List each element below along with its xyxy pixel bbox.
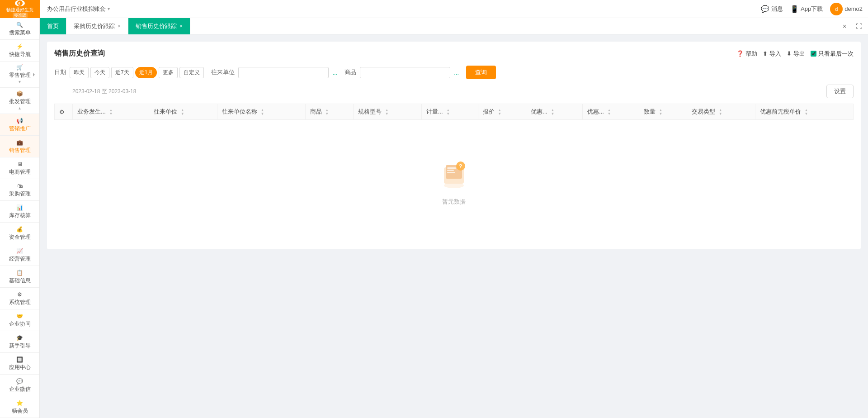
col-discount-rate[interactable]: 优惠... ▲▼ (526, 104, 583, 120)
settings-button[interactable]: 设置 (826, 85, 854, 98)
app-download-action[interactable]: 📱 App下载 (790, 5, 823, 13)
sidebar-item-system-label: 系统管理 (9, 299, 31, 306)
sort-icon-pre-tax-price: ▲▼ (805, 109, 808, 116)
sidebar-item-member[interactable]: ⭐ 畅会员 (0, 396, 39, 418)
tab-close-all-btn[interactable]: × (839, 21, 850, 32)
sort-icon-unit: ▲▼ (446, 109, 450, 116)
logo-tag: 标准版 (13, 13, 28, 18)
col-biz-date[interactable]: 业务发生... ▲▼ (73, 104, 149, 120)
sidebar-item-marketing-label: 营销推广 (9, 125, 31, 133)
tab-home[interactable]: 首页 (40, 18, 66, 34)
tab-sales-history[interactable]: 销售历史价跟踪 × (128, 18, 190, 34)
finance-icon: 💰 (16, 226, 23, 233)
query-button[interactable]: 查询 (466, 66, 496, 79)
system-icon: ⚙ (17, 291, 22, 299)
message-action[interactable]: 💬 消息 (761, 5, 783, 13)
col-price[interactable]: 报价 ▲▼ (478, 104, 526, 120)
col-partner-code[interactable]: 往来单位 ▲▼ (149, 104, 217, 120)
partner-dots[interactable]: ... (332, 69, 337, 76)
message-icon: 💬 (761, 5, 769, 13)
col-product[interactable]: 商品 ▲▼ (305, 104, 353, 120)
tab-sales-close-btn[interactable]: × (179, 24, 183, 29)
sidebar-item-system[interactable]: ⚙ 系统管理 (0, 288, 39, 309)
logo: 6 畅捷通好生意 标准版 (0, 0, 40, 18)
sort-icon-quantity: ▲▼ (659, 109, 662, 116)
sidebar-item-sales-label: 销售管理 (9, 147, 31, 154)
sidebar-item-inventory-label: 库存核算 (9, 212, 31, 219)
help-action[interactable]: ❓ 帮助 (736, 50, 757, 58)
sidebar-item-ecommerce[interactable]: 🖥 电商管理 (0, 157, 39, 179)
filter-row-1: 日期 昨天 今天 近7天 近1月 更多 自定义 往来单位 .. (54, 66, 854, 79)
sidebar-item-marketing[interactable]: 📢 营销推广 (0, 114, 39, 136)
logo-icon: 6 (15, 0, 25, 6)
import-action[interactable]: ⬆ 导入 (763, 50, 781, 58)
col-quantity[interactable]: 数量 ▲▼ (639, 104, 687, 120)
date-btn-more[interactable]: 更多 (159, 67, 178, 78)
retail-icon: 🛒 (16, 64, 23, 71)
header-right: 💬 消息 📱 App下载 d demo2 (761, 3, 863, 15)
sidebar-item-operation[interactable]: 📈 经营管理 (0, 244, 39, 266)
purchase-icon: 🛍 (17, 182, 23, 190)
col-discount-amount-label: 优惠... (587, 108, 604, 115)
sidebar-item-collab[interactable]: 🤝 企业协同 (0, 309, 39, 331)
col-discount-amount[interactable]: 优惠... ▲▼ (582, 104, 639, 120)
only-last-checkbox[interactable]: 只看最后一次 (811, 50, 854, 58)
tab-fullscreen-btn[interactable]: ⛶ (854, 21, 864, 32)
only-last-label: 只看最后一次 (818, 50, 854, 58)
sidebar-item-guide[interactable]: 🎓 新手引导 (0, 331, 39, 353)
sidebar-item-quicknav[interactable]: ⚡ 快捷导航 (0, 40, 39, 62)
sidebar-item-basic-info[interactable]: 📋 基础信息 (0, 266, 39, 288)
help-icon: ❓ (736, 50, 744, 57)
page-title: 销售历史价查询 (54, 49, 105, 58)
col-partner-name[interactable]: 往来单位名称 ▲▼ (217, 104, 305, 120)
export-label: 导出 (793, 50, 805, 58)
product-filter-input[interactable] (360, 67, 450, 78)
col-product-label: 商品 (310, 108, 322, 115)
col-settings: ⚙ (55, 104, 73, 120)
col-trade-type-label: 交易类型 (692, 108, 715, 115)
sidebar-item-wechat[interactable]: 💬 企业微信 (0, 375, 39, 396)
date-btn-custom[interactable]: 自定义 (179, 67, 204, 78)
sort-icon-price: ▲▼ (498, 109, 501, 116)
export-action[interactable]: ⬇ 导出 (787, 50, 805, 58)
date-btn-yesterday[interactable]: 昨天 (70, 67, 89, 78)
col-pre-tax-price[interactable]: 优惠前无税单价 ▲▼ (755, 104, 853, 120)
col-partner-name-label: 往来单位名称 (222, 108, 257, 115)
partner-filter-group: 往来单位 ... (211, 67, 337, 78)
col-unit[interactable]: 计量... ▲▼ (421, 104, 478, 120)
sidebar-item-app-center-label: 应用中心 (9, 364, 31, 371)
sidebar-item-finance[interactable]: 💰 资金管理 (0, 223, 39, 244)
sidebar-item-retail[interactable]: 🛒 零售管理 ▾ (0, 62, 39, 88)
product-dots[interactable]: ... (454, 69, 459, 76)
page-title-actions: ❓ 帮助 ⬆ 导入 ⬇ 导出 只看最后一次 (736, 50, 854, 58)
sidebar-item-retail-label: 零售管理 (9, 71, 31, 79)
sidebar-item-finance-label: 资金管理 (9, 233, 31, 241)
sidebar-item-purchase-label: 采购管理 (9, 190, 31, 198)
workspace-selector[interactable]: 办公用品行业模拟账套 ▾ (43, 3, 113, 15)
col-trade-type[interactable]: 交易类型 ▲▼ (687, 104, 755, 120)
sidebar-item-search[interactable]: 🔍 搜索菜单 (0, 18, 39, 40)
date-btn-1month[interactable]: 近1月 (135, 67, 157, 78)
product-filter-label: 商品 (344, 68, 356, 76)
user-action[interactable]: d demo2 (830, 3, 863, 15)
main-layout: 🔍 搜索菜单 ⚡ 快捷导航 🛒 零售管理 ▾ 📦 批发管理 ▴ 📢 营销推广 💼… (0, 18, 868, 418)
only-last-input[interactable] (811, 51, 816, 57)
col-price-label: 报价 (483, 108, 495, 115)
page-content: 销售历史价查询 ❓ 帮助 ⬆ 导入 ⬇ 导出 (40, 34, 868, 418)
operation-icon: 📈 (16, 247, 23, 255)
svg-rect-6 (447, 170, 454, 171)
sidebar-item-wholesale[interactable]: 📦 批发管理 ▴ (0, 88, 39, 114)
partner-filter-input[interactable] (238, 67, 329, 78)
tab-purchase-history[interactable]: 采购历史价跟踪 × (66, 18, 128, 34)
nav-icon: ⚡ (16, 43, 23, 51)
date-btn-today[interactable]: 今天 (90, 67, 109, 78)
sidebar-item-inventory[interactable]: 📊 库存核算 (0, 201, 39, 223)
sidebar-item-purchase[interactable]: 🛍 采购管理 (0, 179, 39, 201)
col-spec[interactable]: 规格型号 ▲▼ (354, 104, 422, 120)
sidebar-item-sales[interactable]: 💼 销售管理 (0, 136, 39, 157)
date-range-text: 2023-02-18 至 2023-03-18 (72, 88, 136, 95)
sidebar-item-collab-label: 企业协同 (9, 320, 31, 328)
sidebar-item-app-center[interactable]: 🔲 应用中心 (0, 353, 39, 375)
date-btn-7days[interactable]: 近7天 (111, 67, 133, 78)
tab-purchase-close-btn[interactable]: × (118, 24, 121, 29)
